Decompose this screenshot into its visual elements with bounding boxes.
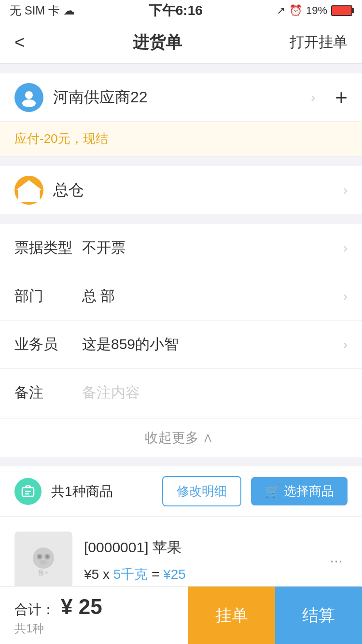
product-quantity: 5千克: [113, 567, 148, 582]
product-count: 共1种商品: [51, 482, 153, 501]
select-product-label: 选择商品: [284, 483, 334, 500]
product-more-button[interactable]: ···: [325, 547, 348, 574]
add-supplier-button[interactable]: +: [335, 85, 348, 110]
footer-total: 合计： ¥ 25 共1种: [0, 595, 188, 636]
warehouse-chevron-icon: ›: [343, 182, 348, 198]
total-count: 共1种: [14, 621, 174, 636]
product-unit-price: ¥5: [84, 567, 99, 582]
form-section: 票据类型 不开票 › 部门 总 部 › 业务员 这是859的小智 › 备注 备注…: [0, 224, 362, 457]
svg-text:鲁+: 鲁+: [38, 569, 49, 576]
dept-value: 总 部: [82, 286, 343, 306]
product-title: 苹果: [153, 539, 181, 555]
total-row: 合计： ¥ 25: [14, 595, 174, 619]
dept-label: 部门: [14, 286, 82, 306]
sales-chevron-icon: ›: [343, 337, 348, 352]
collapse-label: 收起更多 ∧: [145, 429, 214, 447]
svg-marker-3: [16, 180, 42, 190]
sales-label: 业务员: [14, 335, 82, 354]
location-icon: ↗: [277, 4, 285, 17]
svg-point-0: [25, 91, 33, 99]
multiply-sign: x: [103, 567, 113, 582]
page-title: 进货单: [133, 31, 182, 54]
invoice-label: 票据类型: [14, 238, 82, 258]
pend-button[interactable]: 挂单: [188, 587, 275, 644]
sales-row[interactable]: 业务员 这是859的小智 ›: [0, 321, 362, 369]
svg-point-12: [46, 555, 49, 558]
svg-point-11: [38, 555, 41, 558]
nav-bar: < 进货单 打开挂单: [0, 21, 362, 64]
total-label: 合计：: [14, 601, 55, 619]
dept-row[interactable]: 部门 总 部 ›: [0, 272, 362, 321]
svg-point-8: [33, 547, 54, 569]
supplier-row[interactable]: 河南供应商22 › +: [0, 73, 362, 122]
product-total: ¥25: [163, 567, 186, 582]
product-details: [0000001] 苹果 ¥5 x 5千克 = ¥25: [84, 538, 313, 584]
warehouse-avatar: [14, 176, 43, 205]
edit-detail-button[interactable]: 修改明细: [162, 476, 241, 506]
dept-chevron-icon: ›: [343, 289, 348, 304]
svg-point-1: [22, 99, 36, 107]
supplier-name: 河南供应商22: [53, 87, 311, 108]
status-right: ↗ ⏰ 19%: [277, 4, 352, 17]
product-name: [0000001] 苹果: [84, 538, 313, 558]
select-product-button[interactable]: 🛒 选择商品: [251, 477, 348, 505]
supplier-chevron-icon: ›: [311, 90, 315, 105]
note-label: 备注: [14, 383, 82, 403]
invoice-chevron-icon: ›: [343, 240, 348, 256]
collapse-button[interactable]: 收起更多 ∧: [0, 418, 362, 457]
total-amount: ¥ 25: [61, 595, 102, 619]
back-button[interactable]: <: [14, 32, 25, 53]
note-input[interactable]: 备注内容: [82, 383, 348, 403]
product-price-row: ¥5 x 5千克 = ¥25: [84, 565, 313, 584]
sim-status: 无 SIM 卡 ☁: [10, 3, 75, 18]
warehouse-name: 总仓: [53, 180, 343, 201]
gap1: [0, 64, 362, 73]
status-left: 无 SIM 卡 ☁: [10, 3, 75, 18]
alarm-icon: ⏰: [289, 4, 302, 17]
content: 河南供应商22 › + 应付-20元，现结 总仓 › 票据类型 不开票 › 部门…: [0, 64, 362, 644]
warehouse-row[interactable]: 总仓 ›: [0, 166, 362, 214]
status-time: 下午6:16: [149, 1, 203, 20]
status-bar: 无 SIM 卡 ☁ 下午6:16 ↗ ⏰ 19%: [0, 0, 362, 21]
battery-icon: [331, 5, 352, 16]
svg-rect-4: [25, 193, 33, 202]
product-header: 共1种商品 修改明细 🛒 选择商品: [0, 466, 362, 516]
open-pending-button[interactable]: 打开挂单: [290, 32, 348, 52]
footer: 合计： ¥ 25 共1种 挂单 结算: [0, 586, 362, 644]
product-count-icon: [14, 478, 42, 505]
battery-percent: 19%: [306, 4, 327, 17]
invoice-row[interactable]: 票据类型 不开票 ›: [0, 224, 362, 272]
sales-value: 这是859的小智: [82, 335, 343, 354]
checkout-button[interactable]: 结算: [275, 587, 362, 644]
svg-point-13: [40, 560, 47, 565]
divider: [325, 83, 325, 112]
equals-sign: =: [152, 567, 163, 582]
product-code: [0000001]: [84, 539, 148, 555]
supplier-avatar: [14, 83, 43, 112]
cart-icon: 🛒: [265, 484, 280, 499]
invoice-value: 不开票: [82, 238, 343, 258]
notice-bar: 应付-20元，现结: [0, 122, 362, 156]
note-row[interactable]: 备注 备注内容: [0, 369, 362, 417]
product-thumbnail: 鲁+: [14, 532, 72, 589]
